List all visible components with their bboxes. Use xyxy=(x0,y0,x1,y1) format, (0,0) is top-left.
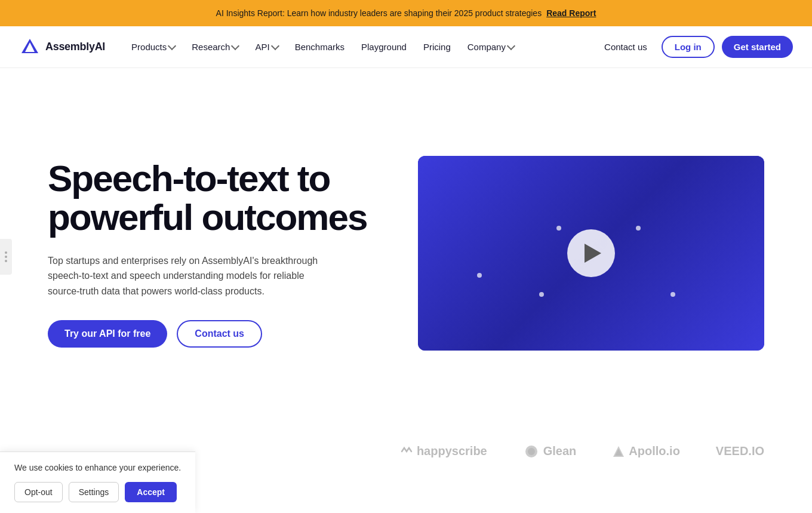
chevron-down-icon xyxy=(168,41,176,50)
nav-item-api[interactable]: API xyxy=(248,37,285,57)
logo-apollo: Apollo.io xyxy=(612,444,680,458)
hero-title: Speech-to-text to powerful outcomes xyxy=(48,159,382,236)
logo-text: AssemblyAI xyxy=(45,41,105,53)
nav-item-company[interactable]: Company xyxy=(460,37,521,57)
get-started-button[interactable]: Get started xyxy=(722,36,793,58)
glean-icon xyxy=(523,445,540,458)
contact-us-button[interactable]: Contact us xyxy=(177,320,262,348)
hero-ctas: Try our API for free Contact us xyxy=(48,320,382,348)
logo-glean: Glean xyxy=(523,444,577,458)
logo-link[interactable]: AssemblyAI xyxy=(19,36,105,58)
main-nav: AssemblyAI Products Research API Benchma… xyxy=(0,26,812,68)
play-button[interactable] xyxy=(567,229,615,277)
banner-text: AI Insights Report: Learn how industry l… xyxy=(216,8,542,18)
contact-us-link[interactable]: Contact us xyxy=(597,37,654,57)
sidebar-drag-handle[interactable] xyxy=(0,239,12,275)
nav-links: Products Research API Benchmarks Playgro… xyxy=(124,37,597,57)
hero-video xyxy=(418,156,764,351)
chevron-down-icon xyxy=(507,41,515,50)
announcement-banner: AI Insights Report: Learn how industry l… xyxy=(0,0,812,26)
login-button[interactable]: Log in xyxy=(662,36,715,58)
nav-item-benchmarks[interactable]: Benchmarks xyxy=(288,37,352,57)
nav-item-pricing[interactable]: Pricing xyxy=(416,37,458,57)
drag-dot xyxy=(5,260,7,262)
video-dot xyxy=(477,273,482,278)
logo-veed: VEED.IO xyxy=(716,444,764,458)
hero-subtitle: Top startups and enterprises rely on Ass… xyxy=(48,253,334,299)
cookie-text: We use cookies to enhance your experienc… xyxy=(14,463,181,472)
video-player[interactable] xyxy=(418,156,764,351)
svg-point-1 xyxy=(528,448,535,455)
try-api-button[interactable]: Try our API for free xyxy=(48,320,167,348)
assemblyai-logo-icon xyxy=(19,36,41,58)
nav-item-research[interactable]: Research xyxy=(184,37,245,57)
drag-dot xyxy=(5,256,7,258)
chevron-down-icon xyxy=(271,41,279,50)
nav-item-playground[interactable]: Playground xyxy=(354,37,414,57)
hero-content: Speech-to-text to powerful outcomes Top … xyxy=(48,159,382,348)
nav-item-products[interactable]: Products xyxy=(124,37,182,57)
cookie-banner: We use cookies to enhance your experienc… xyxy=(0,451,195,482)
banner-cta[interactable]: Read Report xyxy=(546,8,596,18)
logo-happyscribe: happyscribe xyxy=(400,444,487,458)
drag-dot xyxy=(5,251,7,254)
apollo-icon xyxy=(612,445,625,458)
chevron-down-icon xyxy=(231,41,239,50)
hero-section: Speech-to-text to powerful outcomes Top … xyxy=(0,68,812,426)
happyscribe-icon xyxy=(400,445,413,458)
nav-right: Contact us Log in Get started xyxy=(597,36,793,58)
